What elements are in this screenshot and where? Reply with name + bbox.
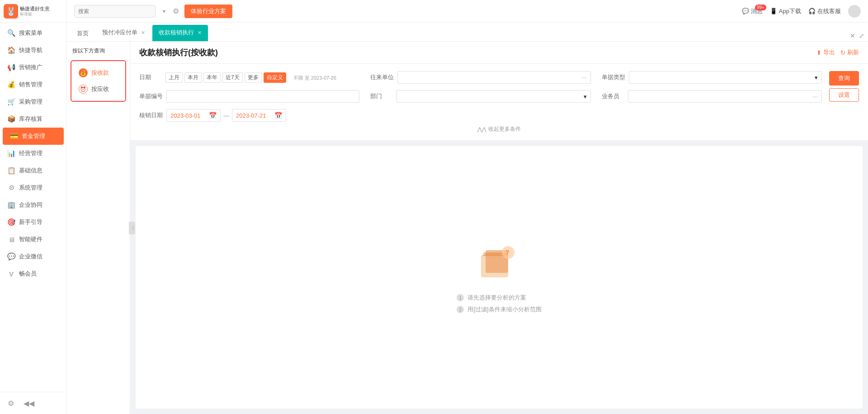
shortcut-this-year[interactable]: 本年 xyxy=(203,72,221,83)
sidebar-item-enterprise[interactable]: 🏢 企业协同 xyxy=(0,196,66,214)
filter-by-receipt-label: 按收款 xyxy=(91,69,109,77)
voucher-type-select[interactable]: ▾ xyxy=(629,71,822,84)
app-download-button[interactable]: 📱 App下载 xyxy=(770,7,801,15)
verify-start-calendar-icon[interactable]: 📅 xyxy=(209,112,217,119)
sidebar-item-inventory[interactable]: 📦 库存核算 xyxy=(0,110,66,128)
export-icon: ⬆ xyxy=(816,49,821,56)
empty-tip-1: 1 请先选择要分析的方案 xyxy=(457,294,541,302)
tab-expand-button[interactable]: ⤢ xyxy=(859,32,864,39)
verify-date-range: 2023-03-01 📅 — 2023-07-21 📅 xyxy=(166,109,286,122)
counterparty-dots[interactable]: ··· xyxy=(581,74,587,81)
capital-icon: 💳 xyxy=(10,132,18,140)
query-button[interactable]: 查询 xyxy=(829,71,859,86)
refresh-button[interactable]: ↻ 刷新 xyxy=(840,48,859,57)
shortcut-7days[interactable]: 近7天 xyxy=(222,72,243,83)
sidebar-item-label: 销售管理 xyxy=(19,81,42,89)
sidebar-item-capital[interactable]: 💳 资金管理 xyxy=(3,128,64,145)
salesperson-dots[interactable]: ··· xyxy=(812,93,818,100)
tabs-bar: 首页 预付冲应付单 ✕ 收款核销执行 ✕ ✕ ⤢ xyxy=(67,23,868,42)
app-logo: 🐰 畅捷通好生意 标准版 xyxy=(0,0,66,23)
quick-nav-icon: 🏠 xyxy=(7,46,15,54)
sidebar-item-system[interactable]: ⚙ 系统管理 xyxy=(0,179,66,196)
shortcut-custom[interactable]: 自定义 xyxy=(264,72,286,83)
sidebar-item-operation[interactable]: 📊 经营管理 xyxy=(0,145,66,162)
user-avatar[interactable] xyxy=(848,5,861,18)
sidebar-item-quick-nav[interactable]: 🏠 快捷导航 xyxy=(0,42,66,59)
export-button[interactable]: ⬆ 导出 xyxy=(816,48,835,57)
settings-button[interactable]: 设置 xyxy=(829,88,859,102)
collapse-conditions-button[interactable]: ⋀⋀ 收起更多条件 xyxy=(477,125,521,133)
header-gear-button[interactable]: ⚙ xyxy=(173,7,179,15)
system-icon: ⚙ xyxy=(7,184,15,192)
page-content: 按以下方查询 💰 按收款 ⏰ 按应收 《 收款核销执行(按收款) xyxy=(67,42,868,414)
tab-home[interactable]: 首页 xyxy=(71,26,95,41)
refresh-label: 刷新 xyxy=(847,48,859,57)
sidebar-item-sales[interactable]: 💰 销售管理 xyxy=(0,76,66,93)
counterparty-input[interactable]: ··· xyxy=(397,71,590,84)
tab-prepay-close[interactable]: ✕ xyxy=(141,30,145,36)
salesperson-label: 业务员 xyxy=(602,92,624,100)
page-title-bar: 收款核销执行(按收款) ⬆ 导出 ↻ 刷新 xyxy=(130,42,868,64)
app-name: 畅捷通好生意 xyxy=(20,5,50,12)
voucher-type-label: 单据类型 xyxy=(602,73,625,81)
verify-end-input[interactable]: 2023-07-21 📅 xyxy=(232,109,286,122)
shortcut-more[interactable]: 更多 xyxy=(245,72,262,83)
date-field: 日期 上月 本月 本年 近7天 更多 自定义 xyxy=(139,72,359,83)
sidebar-item-label: 新手引导 xyxy=(19,218,42,226)
message-button[interactable]: 💬 消息 99+ xyxy=(742,7,763,15)
sidebar-settings-button[interactable]: ⚙ xyxy=(4,396,18,410)
sales-icon: 💰 xyxy=(7,81,15,89)
tab-prepay[interactable]: 预付冲应付单 ✕ xyxy=(96,25,151,41)
form-row-2: 单据编号 部门 ▾ 业务员 xyxy=(139,90,822,103)
sidebar-item-label: 智能硬件 xyxy=(19,235,42,243)
form-row-3: 核销日期 2023-03-01 📅 — 2023-07-21 xyxy=(139,109,822,122)
sidebar-item-marketing[interactable]: 📢 营销推广 xyxy=(0,59,66,76)
sidebar-nav: 🔍 搜索菜单 🏠 快捷导航 📢 营销推广 💰 销售管理 🛒 采购管理 📦 库存核… xyxy=(0,23,66,392)
search-input[interactable] xyxy=(74,5,156,18)
sidebar-item-wechat[interactable]: 💬 企业微信 xyxy=(0,248,66,265)
sidebar-item-label: 营销推广 xyxy=(19,63,42,71)
query-actions: 查询 设置 xyxy=(829,71,859,102)
sidebar-item-label: 资金管理 xyxy=(22,132,45,140)
department-label: 部门 xyxy=(370,92,393,100)
verify-end-calendar-icon[interactable]: 📅 xyxy=(274,112,282,119)
sidebar-item-guide[interactable]: 🎯 新手引导 xyxy=(0,214,66,231)
collapse-conditions-area: ⋀⋀ 收起更多条件 xyxy=(139,122,859,133)
voucher-type-field: 单据类型 ▾ xyxy=(602,71,822,84)
tab-collection[interactable]: 收款核销执行 ✕ xyxy=(152,25,208,41)
sidebar-item-search-menu[interactable]: 🔍 搜索菜单 xyxy=(0,24,66,42)
collapse-filter-panel-button[interactable]: 《 xyxy=(129,222,135,234)
customer-service-button[interactable]: 🎧 在线客服 xyxy=(808,7,841,15)
voucher-no-input[interactable] xyxy=(166,90,359,103)
shortcut-last-month[interactable]: 上月 xyxy=(165,72,183,83)
filter-by-receivable[interactable]: ⏰ 按应收 xyxy=(73,81,123,97)
header-right: 💬 消息 99+ 📱 App下载 🎧 在线客服 xyxy=(742,5,861,18)
app-sub: 标准版 xyxy=(20,12,50,17)
header-dropdown-button[interactable]: ▾ xyxy=(161,6,167,16)
verify-start-input[interactable]: 2023-03-01 📅 xyxy=(166,109,221,122)
department-select[interactable]: ▾ xyxy=(396,90,590,103)
salesperson-input[interactable]: ··· xyxy=(628,90,822,103)
filter-panel: 按以下方查询 💰 按收款 ⏰ 按应收 《 xyxy=(67,42,130,414)
sidebar-collapse-button[interactable]: ◀◀ xyxy=(22,396,36,410)
empty-tip-2: 2 用[过滤]条件来缩小分析范围 xyxy=(457,305,541,314)
sidebar-item-purchase[interactable]: 🛒 采购管理 xyxy=(0,93,66,110)
tab-collection-close[interactable]: ✕ xyxy=(198,30,202,36)
main-area: ▾ ⚙ 体验行业方案 💬 消息 99+ 📱 App下载 🎧 在线客服 首页 xyxy=(67,0,868,414)
filter-by-receipt[interactable]: 💰 按收款 xyxy=(73,65,123,81)
tab-close-all-button[interactable]: ✕ xyxy=(850,32,855,39)
shortcut-this-month[interactable]: 本月 xyxy=(184,72,202,83)
sidebar-item-basic-info[interactable]: 📋 基础信息 xyxy=(0,162,66,179)
tip-text-1: 请先选择要分析的方案 xyxy=(467,294,526,302)
voucher-type-chevron: ▾ xyxy=(815,74,818,81)
receivable-icon: ⏰ xyxy=(79,85,88,94)
sidebar-item-smart-hw[interactable]: 🖥 智能硬件 xyxy=(0,231,66,248)
solution-button[interactable]: 体验行业方案 xyxy=(184,5,232,18)
message-badge: 99+ xyxy=(755,5,766,10)
member-icon: V xyxy=(7,270,15,278)
content-area: 收款核销执行(按收款) ⬆ 导出 ↻ 刷新 xyxy=(130,42,868,414)
export-label: 导出 xyxy=(823,48,835,57)
sidebar-item-member[interactable]: V 畅会员 xyxy=(0,265,66,282)
filter-panel-title: 按以下方查询 xyxy=(67,47,130,58)
tabs-actions: ✕ ⤢ xyxy=(850,32,864,41)
